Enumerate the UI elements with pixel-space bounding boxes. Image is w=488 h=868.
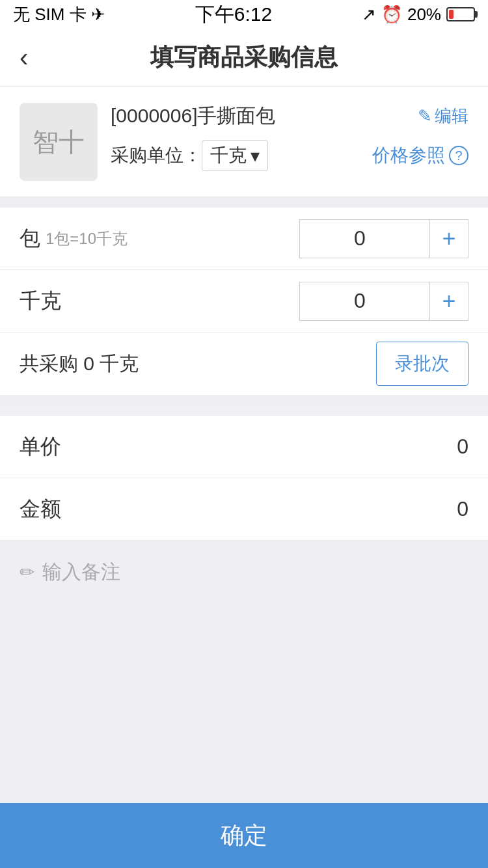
kg-plus-button[interactable]: + [429,282,468,321]
package-input-group: + [299,219,468,258]
sim-signal: 无 SIM 卡 ✈ [13,3,105,26]
edit-icon: ✎ [418,106,432,126]
price-ref-label: 价格参照 [372,143,445,168]
kg-input-group: + [299,282,468,321]
package-input[interactable] [299,219,429,258]
unit-price-value: 0 [457,435,468,459]
amount-row: 金额 0 [0,478,488,541]
battery-indicator [446,7,475,21]
remark-placeholder: 输入备注 [42,559,120,586]
amount-label: 金额 [20,495,61,524]
record-batch-button[interactable]: 录批次 [376,342,468,386]
page-title: 填写商品采购信息 [150,42,338,74]
product-image: 智十 [20,103,98,181]
package-row: 包 1包=10千克 + [0,208,488,270]
edit-label: 编辑 [435,105,468,128]
kg-input[interactable] [299,282,429,321]
confirm-button[interactable]: 确定 [0,803,488,868]
product-name: [0000006]手撕面包 [111,103,275,129]
unit-price-label: 单价 [20,433,61,461]
price-reference-button[interactable]: 价格参照 ? [372,143,468,168]
separator-2 [0,395,488,405]
chevron-down-icon: ▾ [251,145,260,167]
remark-section[interactable]: ✏ 输入备注 [0,541,488,604]
nav-bar: ‹ 填写商品采购信息 [0,29,488,87]
alarm-icon: ⏰ [381,5,402,25]
status-bar-right: ↗ ⏰ 20% [362,5,475,25]
total-text: 共采购 0 千克 [20,351,139,377]
unit-select[interactable]: 千克 ▾ [202,140,268,171]
edit-button[interactable]: ✎ 编辑 [418,105,468,128]
amount-value: 0 [457,497,468,521]
location-icon: ↗ [362,5,376,25]
total-record-row: 共采购 0 千克 录批次 [0,332,488,395]
help-icon: ? [449,146,468,165]
back-button[interactable]: ‹ [20,43,28,72]
status-bar: 无 SIM 卡 ✈ 下午6:12 ↗ ⏰ 20% [0,0,488,29]
kg-label: 千克 [20,287,61,316]
input-section: 包 1包=10千克 + 千克 + [0,208,488,332]
package-plus-button[interactable]: + [429,219,468,258]
product-logo-text: 智十 [33,124,85,160]
pencil-icon: ✏ [20,562,34,583]
kg-row: 千克 + [0,270,488,332]
battery-percent: 20% [407,5,441,25]
price-section: 单价 0 金额 0 [0,416,488,541]
unit-label: 采购单位： [111,143,202,168]
separator-1 [0,197,488,208]
product-card: 智十 [0000006]手撕面包 ✎ 编辑 采购单位： 千克 ▾ 价格参照 ? [0,87,488,197]
product-header: [0000006]手撕面包 ✎ 编辑 [111,103,468,129]
content-area [0,604,488,806]
unit-price-row: 单价 0 [0,416,488,478]
product-info: [0000006]手撕面包 ✎ 编辑 采购单位： 千克 ▾ 价格参照 ? [111,103,468,171]
package-label: 包 [20,224,40,253]
package-sublabel: 1包=10千克 [46,228,128,249]
status-bar-time: 下午6:12 [195,1,272,28]
status-bar-left: 无 SIM 卡 ✈ [13,3,105,26]
product-unit-row: 采购单位： 千克 ▾ 价格参照 ? [111,140,468,171]
unit-value: 千克 [210,143,247,168]
